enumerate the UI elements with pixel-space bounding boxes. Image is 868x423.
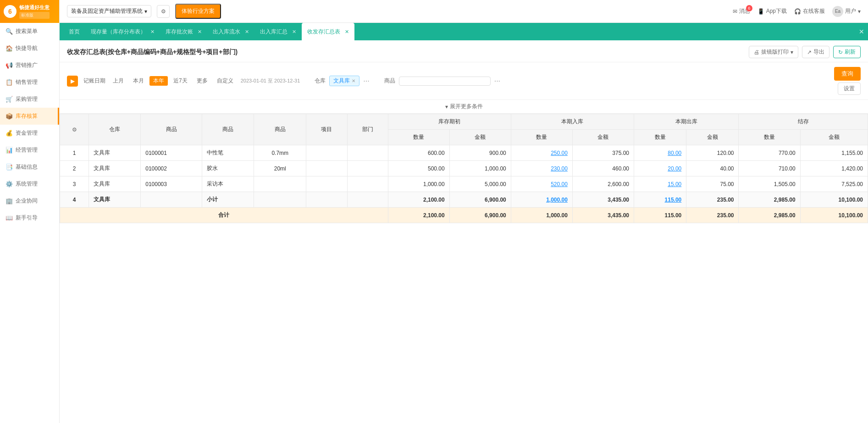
row-out-amt: 120.00 (686, 145, 739, 161)
row-out-qty[interactable]: 80.00 (634, 145, 686, 161)
logo-icon: 6 (4, 5, 17, 18)
sidebar-item-sales[interactable]: 📋 销售管理 (0, 74, 59, 91)
th-goods-code: 商品 (141, 114, 202, 145)
table-row: 1文具库0100001中性笔0.7mm600.00900.00250.00375… (60, 145, 868, 161)
set-button[interactable]: 设置 (838, 82, 861, 95)
row-closing-amt: 1,155.00 (800, 145, 868, 161)
footer-closing-qty: 2,985.00 (739, 208, 800, 223)
tab-in-out-flow[interactable]: 出入库流水 ✕ (207, 23, 254, 40)
book-icon: 📖 (6, 214, 13, 222)
row-in-qty[interactable]: 250.00 (511, 145, 572, 161)
message-button[interactable]: ✉ 消息 6 (733, 7, 750, 15)
row-spec: 0.7mm (254, 145, 306, 161)
online-service-button[interactable]: 🎧 在线客服 (794, 7, 825, 15)
home-icon: 🏠 (6, 45, 13, 52)
row-in-qty[interactable]: 1,000.00 (511, 192, 572, 208)
row-no: 1 (60, 145, 89, 161)
export-button[interactable]: ↗ 导出 (802, 46, 829, 58)
table-row: 3文具库0100003采访本1,000.005,000.00520.002,60… (60, 176, 868, 192)
close-tab-batch[interactable]: ✕ (198, 29, 202, 35)
sidebar-item-inventory[interactable]: 📦 库存核算 (0, 108, 59, 125)
row-no: 4 (60, 192, 89, 208)
goods-input[interactable] (399, 77, 491, 86)
headset-icon: 🎧 (794, 8, 801, 15)
export-icon: ↗ (807, 49, 812, 55)
sidebar-item-guide[interactable]: 📖 新手引导 (0, 209, 59, 226)
page-content: 收发存汇总表(按仓库+商品编码+商品+规格型号+项目+部门) 🖨 拔镜版打印 ▾… (60, 40, 868, 423)
close-tab-in-out-flow[interactable]: ✕ (245, 29, 249, 35)
row-out-qty[interactable]: 20.00 (634, 161, 686, 176)
tab-home[interactable]: 首页 (63, 23, 85, 40)
row-warehouse: 文具库 (89, 145, 141, 161)
th-goods-spec: 商品 (254, 114, 306, 145)
row-in-qty[interactable]: 520.00 (511, 176, 572, 192)
close-tab-stock-dist[interactable]: ✕ (150, 29, 155, 35)
sidebar-menu: 🔍 搜索菜单 🏠 快捷导航 📢 营销推广 📋 销售管理 🛒 采购管理 📦 库存核… (0, 23, 59, 423)
top-header: 装备及固定资产辅助管理系统 ▾ ⚙ 体验行业方案 ✉ 消息 6 📱 App下载 … (60, 0, 868, 23)
clipboard-icon: 📋 (6, 79, 13, 86)
sidebar-item-search[interactable]: 🔍 搜索菜单 (0, 23, 59, 40)
goods-more-button[interactable]: ··· (494, 77, 500, 85)
filter-expand-button[interactable]: ▶ (67, 76, 78, 87)
system-selector[interactable]: 装备及固定资产辅助管理系统 ▾ (67, 5, 151, 17)
sidebar-item-basic[interactable]: 📑 基础信息 (0, 159, 59, 176)
th-out-qty: 数量 (634, 130, 686, 145)
tab-recv-send[interactable]: 收发存汇总表 ✕ (302, 23, 354, 40)
row-in-amt: 375.00 (572, 145, 634, 161)
query-button[interactable]: 查询 (834, 67, 861, 81)
row-code: 0100001 (141, 145, 202, 161)
gear-icon: ⚙️ (6, 181, 13, 188)
close-tab-recv-send[interactable]: ✕ (345, 29, 349, 35)
close-tab-in-out-summary[interactable]: ✕ (292, 29, 296, 35)
trial-button[interactable]: 体验行业方案 (175, 4, 221, 19)
money-icon: 💰 (6, 130, 13, 137)
th-warehouse: 仓库 (89, 114, 141, 145)
row-out-amt: 235.00 (686, 192, 739, 208)
app-download-button[interactable]: 📱 App下载 (757, 7, 787, 15)
close-all-tabs-button[interactable]: ✕ (859, 28, 864, 35)
filter-goods-group: 商品 ··· (384, 77, 500, 86)
row-in-amt: 460.00 (572, 161, 634, 176)
row-out-qty[interactable]: 15.00 (634, 176, 686, 192)
row-no: 3 (60, 176, 89, 192)
sidebar-item-quick-nav[interactable]: 🏠 快捷导航 (0, 40, 59, 57)
sidebar-item-corp[interactable]: 🏢 企业协同 (0, 192, 59, 209)
date-option-last-month[interactable]: 上月 (109, 76, 127, 86)
date-option-this-month[interactable]: 本月 (129, 76, 148, 86)
date-option-7days[interactable]: 近7天 (170, 76, 191, 86)
row-opening-qty: 2,100.00 (388, 192, 449, 208)
refresh-button[interactable]: ↻ 刷新 (833, 46, 861, 58)
settings-button[interactable]: ⚙ (157, 5, 170, 18)
footer-opening-amt: 6,900.00 (449, 208, 511, 223)
page-actions: 🖨 拔镜版打印 ▾ ↗ 导出 ↻ 刷新 (749, 46, 861, 58)
row-out-qty[interactable]: 115.00 (634, 192, 686, 208)
date-option-this-year[interactable]: 本年 (149, 76, 168, 86)
warehouse-more-button[interactable]: ··· (363, 77, 369, 85)
filter-buttons: 查询 设置 (834, 67, 861, 95)
tab-in-out-summary[interactable]: 出入库汇总 ✕ (254, 23, 302, 40)
data-table: ⚙ 仓库 商品 商品 商品 项目 部门 库存期初 本期入库 本期出库 结存 数量 (60, 114, 868, 223)
row-in-qty[interactable]: 230.00 (511, 161, 572, 176)
date-option-custom[interactable]: 自定义 (213, 76, 237, 86)
th-department: 部门 (347, 114, 388, 145)
footer-label: 合计 (60, 208, 388, 223)
date-option-more[interactable]: 更多 (193, 76, 211, 86)
warehouse-tag-close[interactable]: ✕ (352, 78, 355, 83)
expand-more-button[interactable]: ▾ 展开更多条件 (445, 103, 483, 110)
goods-search-field[interactable] (403, 78, 487, 84)
tab-stock-dist[interactable]: 现存量（库存分布表） ✕ (85, 23, 160, 40)
sidebar-item-purchase[interactable]: 🛒 采购管理 (0, 91, 59, 108)
row-code: 0100002 (141, 161, 202, 176)
cart-icon: 🛒 (6, 96, 13, 103)
row-code (141, 192, 202, 208)
sidebar-item-finance[interactable]: 💰 资金管理 (0, 125, 59, 142)
sidebar-item-operations[interactable]: 📊 经营管理 (0, 142, 59, 159)
sidebar-item-marketing[interactable]: 📢 营销推广 (0, 57, 59, 74)
user-button[interactable]: Ea 用户 ▾ (832, 6, 861, 17)
row-name: 胶水 (202, 161, 254, 176)
sidebar-item-system[interactable]: ⚙️ 系统管理 (0, 176, 59, 192)
print-button[interactable]: 🖨 拔镜版打印 ▾ (749, 46, 798, 58)
th-settings[interactable]: ⚙ (60, 114, 89, 145)
tab-batch[interactable]: 库存批次账 ✕ (160, 23, 207, 40)
mobile-icon: 📱 (757, 8, 764, 15)
